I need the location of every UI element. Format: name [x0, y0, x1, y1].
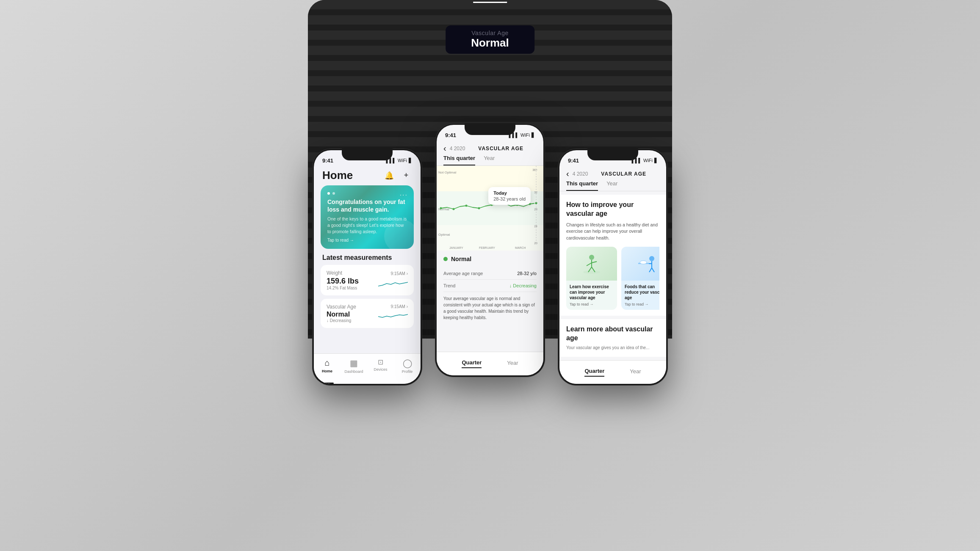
article-card-exercise[interactable]: Learn how exercise can improve your vasc… [566, 247, 617, 310]
info-bottom-tab-quarter[interactable]: Quarter [584, 368, 604, 377]
card-dot-2 [332, 192, 335, 195]
bottom-tab-year[interactable]: Year [507, 360, 518, 368]
phone-home: 9:41 ▌▌▌ WiFi ▋ Home 🔔 + [312, 149, 422, 386]
status-time-info: 9:41 [568, 157, 579, 164]
svg-point-37 [640, 261, 647, 264]
tab-profile[interactable]: ◯ Profile [394, 358, 421, 374]
improve-section: How to improve your vascular age Changes… [559, 195, 666, 316]
battery-icon-info: ▋ [654, 158, 658, 163]
article-title-exercise: Learn how exercise can improve your vasc… [570, 284, 614, 300]
tab-year[interactable]: Year [484, 155, 495, 165]
card-pagination [327, 192, 407, 195]
scale-value: Normal [471, 36, 509, 50]
card-dot-1 [327, 192, 330, 195]
status-time-chart: 9:41 [445, 132, 456, 138]
age-range-row: Average age range 28-32 y/o [443, 267, 537, 280]
article-link-foods[interactable]: Tap to read → [625, 302, 659, 306]
chart-title: VASCULAR AGE [465, 146, 537, 152]
tab-bar: ⌂ Home ▦ Dashboard ⊡ Devices ◯ Profile [314, 353, 421, 384]
tab-indicator [321, 383, 334, 384]
wifi-icon-chart: WiFi [520, 132, 530, 138]
add-button[interactable]: + [400, 170, 412, 182]
chart-tabs: This quarter Year [437, 155, 543, 166]
svg-point-31 [649, 256, 654, 261]
chart-date: 4 2020 [450, 146, 465, 152]
info-bottom-tabs: Quarter Year [559, 360, 666, 384]
info-tab-year[interactable]: Year [606, 180, 617, 191]
svg-point-24 [583, 270, 600, 274]
svg-point-25 [589, 255, 594, 260]
chart-bottom-tabs: Quarter Year [437, 352, 543, 375]
vascular-mini-chart [378, 311, 408, 322]
vascular-chart-svg: Not Optimal Normal Optimal 36+ 32 28 24 … [437, 166, 543, 251]
weight-value: 159.6 lbs [327, 277, 359, 286]
wifi-icon-info: WiFi [643, 158, 653, 163]
info-header: ‹ 4 2020 VASCULAR AGE [559, 167, 666, 179]
scale-label: Vascular Age [471, 30, 509, 36]
phones-container: 9:41 ▌▌▌ WiFi ▋ Home 🔔 + [312, 132, 668, 419]
tab-dashboard[interactable]: ▦ Dashboard [341, 358, 367, 374]
age-range-value: 28-32 y/o [517, 271, 537, 276]
chart-area: Not Optimal Normal Optimal 36+ 32 28 24 … [437, 166, 543, 251]
article-info-foods: Foods that can reduce your vascular age … [621, 281, 659, 310]
profile-tab-icon: ◯ [403, 358, 412, 368]
tab-this-quarter[interactable]: This quarter [443, 155, 475, 165]
article-title-foods: Foods that can reduce your vascular age [625, 284, 659, 300]
article-cards: Learn how exercise can improve your vasc… [566, 247, 659, 310]
article-info-exercise: Learn how exercise can improve your vasc… [566, 281, 617, 310]
dashboard-tab-icon: ▦ [350, 358, 358, 368]
article-card-foods[interactable]: Foods that can reduce your vascular age … [621, 247, 659, 310]
devices-tab-label: Devices [374, 367, 387, 372]
svg-point-14 [440, 207, 442, 209]
back-button-info[interactable]: ‹ [566, 169, 569, 179]
vascular-right: 9:15AM › [378, 304, 408, 322]
svg-line-35 [652, 268, 654, 272]
info-tab-quarter[interactable]: This quarter [566, 180, 598, 191]
description-text: Your average vascular age is normal and … [443, 295, 537, 321]
status-text: Normal [451, 256, 471, 262]
article-thumb-foods [621, 247, 659, 281]
phone-chart: 9:41 ▌▌▌ WiFi ▋ ‹ 4 2020 VASCULAR AGE Th… [435, 123, 545, 377]
vascular-age-card[interactable]: Vascular Age Normal ↓ Decreasing 9:15AM … [321, 299, 414, 328]
battery-icon-chart: ▋ [532, 132, 535, 138]
info-bottom-tab-year[interactable]: Year [630, 368, 641, 376]
home-action-icons: 🔔 + [383, 170, 412, 182]
tab-devices[interactable]: ⊡ Devices [367, 358, 394, 372]
article-link-exercise[interactable]: Tap to read → [570, 302, 614, 306]
svg-text:28: 28 [534, 208, 537, 211]
vascular-sub: ↓ Decreasing [327, 318, 356, 323]
devices-tab-icon: ⊡ [378, 358, 383, 366]
svg-text:FEBRUARY: FEBRUARY [479, 246, 495, 249]
card-menu-icon[interactable]: ··· [400, 191, 408, 199]
svg-text:24: 24 [534, 225, 537, 228]
wifi-icon: WiFi [398, 158, 407, 163]
scale-display: Vascular Age Normal [446, 25, 534, 54]
back-button[interactable]: ‹ [443, 143, 446, 153]
phone-info: 9:41 ▌▌▌ WiFi ▋ ‹ 4 2020 VASCULAR AGE Th… [558, 149, 668, 386]
improve-title: How to improve your vascular age [566, 201, 659, 218]
tab-home[interactable]: ⌂ Home [314, 358, 341, 373]
tooltip-date: Today [493, 190, 526, 196]
home-tab-icon: ⌂ [324, 358, 329, 368]
dashboard-tab-label: Dashboard [344, 369, 363, 374]
svg-text:36+: 36+ [532, 168, 537, 171]
vascular-time: 9:15AM › [390, 304, 408, 309]
article-thumb-exercise [566, 247, 617, 281]
weight-card[interactable]: Weight 159.6 lbs 14.2% Fat Mass 9:15AM › [321, 265, 414, 295]
card-title: Congratulations on your fat loss and mus… [327, 198, 407, 213]
home-card[interactable]: ··· Congratulations on your fat loss and… [321, 185, 414, 249]
status-time-home: 9:41 [322, 157, 333, 164]
svg-text:Optimal: Optimal [438, 233, 450, 237]
learn-body: Your vascular age gives you an idea of t… [566, 345, 659, 351]
svg-line-34 [649, 268, 652, 272]
bell-button[interactable]: 🔔 [383, 170, 395, 182]
learn-section: Learn more about vascular age Your vascu… [559, 319, 666, 357]
svg-point-16 [465, 205, 468, 207]
home-title: Home [322, 169, 353, 182]
improve-body: Changes in lifestyle such as a healthy d… [566, 222, 659, 242]
chart-header: ‹ 4 2020 VASCULAR AGE [437, 142, 543, 153]
weight-sub: 14.2% Fat Mass [327, 286, 359, 290]
info-tabs: This quarter Year [559, 180, 666, 191]
svg-text:JANUARY: JANUARY [449, 246, 463, 249]
bottom-tab-quarter[interactable]: Quarter [462, 359, 482, 368]
